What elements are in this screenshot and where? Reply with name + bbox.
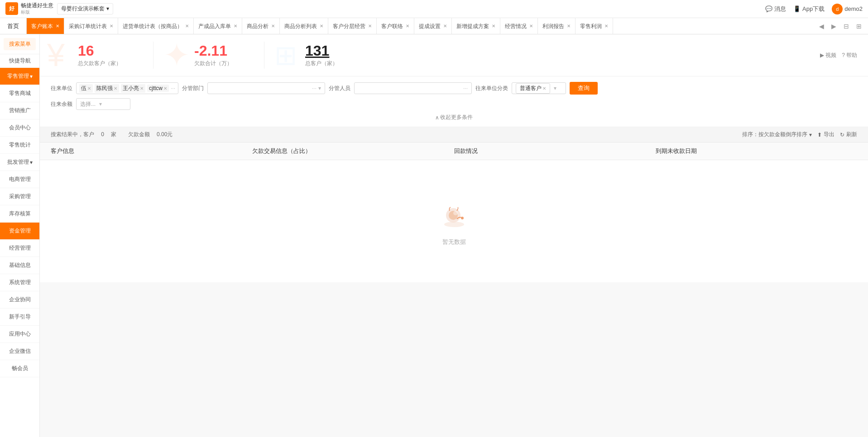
export-btn[interactable]: ⬆ 导出 [817,131,834,138]
sidebar-item-retail-stats[interactable]: 零售统计 [0,137,39,154]
username-label: demo2 [844,5,863,12]
tab-close-icon[interactable]: ✕ [492,18,495,34]
tab-close-icon[interactable]: ✕ [406,18,409,34]
tab-product-analysis-list[interactable]: 商品分析列表 ✕ [280,18,328,34]
sidebar-item-basic-info[interactable]: 基础信息 [0,257,39,274]
search-menu-button[interactable]: 搜索菜单 [4,38,36,50]
avatar: d [832,4,843,14]
sidebar-item-inventory[interactable]: 库存核算 [0,205,39,223]
unit-tag-3[interactable]: 王小亮 ✕ [121,84,145,93]
help-icon: ? [842,52,845,58]
tab-home[interactable]: 首页 [0,18,27,34]
sidebar: 搜索菜单 快捷导航 零售管理 ▾ 零售商城 营销推广 会员中心 零售统计 批发管… [0,34,40,437]
help-btn[interactable]: ? 帮助 [842,52,857,59]
tab-close-icon[interactable]: ✕ [529,18,533,34]
stat1-label: 总欠款客户（家） [78,60,121,67]
dept-filter-input[interactable]: ··· ▾ [207,82,325,94]
sidebar-item-guide[interactable]: 新手引导 [0,309,39,326]
tab-stock-stats[interactable]: 进货单统计表（按商品） ✕ [118,18,194,34]
tab-customer-ledger[interactable]: 客户账本 ✕ [27,18,64,34]
tab-commission-settings[interactable]: 提成设置 ✕ [414,18,452,34]
tab-purchase-order[interactable]: 采购订单统计表 ✕ [64,18,118,34]
stats-help: ▶ 视频 ? 帮助 [820,52,857,59]
video-help-btn[interactable]: ▶ 视频 [820,52,836,59]
tab-customer-contact[interactable]: 客户联络 ✕ [377,18,414,34]
tab-product-analysis[interactable]: 商品分析 ✕ [242,18,280,34]
tag-close-icon[interactable]: ✕ [163,86,167,91]
filter-more-icon[interactable]: ··· [171,85,175,91]
sidebar-item-system[interactable]: 系统管理 [0,274,39,291]
tab-label: 客户联络 [381,18,403,34]
tab-prev-icon[interactable]: ◀ [816,23,827,30]
sidebar-item-enterprise[interactable]: 企业协同 [0,291,39,309]
person-filter-input[interactable]: ··· [354,82,472,94]
result-count: 0 [101,131,104,138]
logo-text: 畅捷通好生意 [21,2,53,9]
tab-close-icon[interactable]: ✕ [234,18,237,34]
stat3-value: 131 [305,43,338,58]
sidebar-item-member2[interactable]: 畅会员 [0,360,39,377]
sidebar-item-wechat[interactable]: 企业微信 [0,343,39,360]
sidebar-item-label: 企业微信 [9,348,31,354]
tab-close-icon[interactable]: ✕ [185,18,189,34]
unit-tag-4[interactable]: cjttcw ✕ [147,85,169,92]
sidebar-item-label: 营销推广 [9,107,31,114]
tab-operation[interactable]: 经营情况 ✕ [500,18,538,34]
customer-tag-close-icon[interactable]: ✕ [542,86,546,91]
balance-filter-input[interactable]: 选择... ▾ [76,98,130,110]
tab-customer-layer[interactable]: 客户分层经营 ✕ [328,18,377,34]
sidebar-item-member[interactable]: 会员中心 [0,119,39,137]
col-header-3: 到期未收款日期 [656,147,857,155]
tab-next-icon[interactable]: ▶ [829,23,839,30]
sort-btn[interactable]: 排序：按欠款金额倒序排序 ▾ [742,131,812,138]
tab-new-commission[interactable]: 新增提成方案 ✕ [452,18,500,34]
tab-close-icon[interactable]: ✕ [567,18,571,34]
tag-close-icon[interactable]: ✕ [114,86,117,91]
collapse-filter-btn[interactable]: ∧ 收起更多条件 [51,114,857,121]
tab-close-icon[interactable]: ✕ [271,18,275,34]
sidebar-quick-nav[interactable]: 快捷导航 [0,54,39,68]
sidebar-item-label: 零售管理 [7,72,29,80]
sidebar-item-wholesale[interactable]: 批发管理 ▾ [0,154,39,171]
sidebar-item-finance[interactable]: 资金管理 [0,223,39,240]
tab-product-instock[interactable]: 产成品入库单 ✕ [194,18,242,34]
chevron-icon: ▾ [30,73,33,80]
sidebar-item-purchase[interactable]: 采购管理 [0,188,39,205]
unit-tag-1[interactable]: 伍 ✕ [79,84,93,93]
sidebar-item-app-center[interactable]: 应用中心 [0,326,39,343]
tag-close-icon[interactable]: ✕ [87,86,91,91]
refresh-btn[interactable]: ↻ 刷新 [840,131,857,138]
sort-label: 排序：按欠款金额倒序排序 [742,131,807,138]
tab-close-icon[interactable]: ✕ [110,18,113,34]
user-avatar-btn[interactable]: d demo2 [832,4,863,14]
sidebar-item-label: 会员中心 [9,124,31,131]
sidebar-item-ecommerce[interactable]: 电商管理 [0,171,39,188]
tab-collapse-icon[interactable]: ⊟ [841,23,852,30]
app-download-btn[interactable]: 📱 App下载 [793,5,825,13]
tab-close-icon[interactable]: ✕ [56,18,59,34]
tag-close-icon[interactable]: ✕ [140,86,144,91]
tab-label: 提成设置 [419,18,441,34]
tab-label: 经营情况 [505,18,527,34]
search-button[interactable]: 查询 [570,82,598,95]
sidebar-item-operations[interactable]: 经营管理 [0,240,39,257]
message-btn[interactable]: 💬 消息 [765,5,786,13]
tab-profit-report[interactable]: 利润报告 ✕ [538,18,575,34]
unit-tag-2[interactable]: 陈民强 ✕ [95,84,119,93]
tab-close-icon[interactable]: ✕ [604,18,608,34]
sidebar-item-retail[interactable]: 零售管理 ▾ [0,68,39,85]
tab-close-icon[interactable]: ✕ [443,18,447,34]
sidebar-item-retail-mall[interactable]: 零售商城 [0,85,39,102]
tab-expand-icon[interactable]: ⊞ [854,23,864,30]
unit-type-select[interactable]: 普通客户 ✕ ▾ [512,82,566,94]
tab-retail-profit[interactable]: 零售利润 ✕ [575,18,613,34]
sidebar-item-label: 零售商城 [9,90,31,96]
sidebar-item-marketing[interactable]: 营销推广 [0,102,39,119]
tab-close-icon[interactable]: ✕ [320,18,323,34]
unit-filter-tags[interactable]: 伍 ✕ 陈民强 ✕ 王小亮 ✕ cjttcw ✕ ··· [76,82,178,94]
empty-icon [436,196,472,233]
person-more-icon: ··· [463,85,468,91]
tab-close-icon[interactable]: ✕ [368,18,372,34]
stat2-label: 欠款合计（万） [194,60,232,67]
workspace-select[interactable]: 母婴行业演示帐套 ▾ [57,3,113,14]
